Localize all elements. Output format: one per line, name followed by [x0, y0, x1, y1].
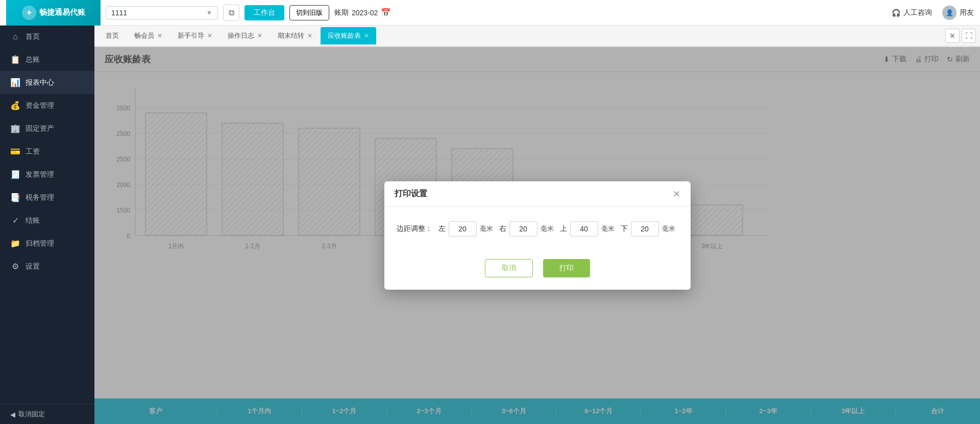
- salary-icon: 💳: [10, 147, 20, 156]
- sidebar-item-label: 总账: [26, 55, 40, 64]
- sidebar-footer-label: 取消固定: [18, 410, 45, 419]
- left-label: 左: [438, 224, 446, 233]
- user-label: 用友: [960, 8, 974, 17]
- sidebar-item-salary[interactable]: 💳 工资: [0, 140, 94, 163]
- sidebar-item-funds[interactable]: 💰 资金管理: [0, 94, 94, 117]
- settings-icon: ⚙: [10, 262, 20, 271]
- tab-bar: 首页 畅会员 ✕ 新手引导 ✕ 操作日志 ✕ 期末结转 ✕ 应收账龄表 ✕: [94, 26, 980, 47]
- tab-oplog-close[interactable]: ✕: [257, 32, 262, 39]
- avatar: 👤: [942, 6, 957, 20]
- right-unit: 毫米: [541, 224, 554, 233]
- user-area[interactable]: 👤 用友: [942, 6, 974, 20]
- modal-close-button[interactable]: ✕: [673, 190, 680, 199]
- sidebar-item-label: 设置: [26, 262, 40, 271]
- assets-icon: 🏢: [10, 124, 20, 133]
- top-label: 上: [560, 224, 567, 233]
- switch-old-button[interactable]: 切到旧版: [289, 5, 329, 20]
- tab-close-button[interactable]: ✕: [945, 29, 960, 43]
- headset-icon: 🎧: [892, 9, 900, 17]
- sidebar-item-label: 工资: [26, 147, 40, 156]
- copy-button[interactable]: ⧉: [223, 5, 239, 21]
- right-input[interactable]: [509, 221, 537, 237]
- tax-icon: 📑: [10, 193, 20, 202]
- home-icon: ⌂: [10, 32, 20, 41]
- chevron-down-icon: ▼: [206, 9, 212, 16]
- tab-maximize-button[interactable]: ⛶: [962, 29, 976, 43]
- sidebar-item-archive[interactable]: 📁 归档管理: [0, 232, 94, 255]
- tab-period-end-label: 期末结转: [278, 31, 304, 40]
- consult-area[interactable]: 🎧 人工咨询: [892, 8, 932, 17]
- sidebar-scroll: ⌂ 首页 📋 总账 📊 报表中心 💰 资金管理 🏢 固定资产 💳 工资: [0, 26, 94, 404]
- app-title: 畅捷通易代账: [39, 8, 85, 17]
- sidebar-item-invoice[interactable]: 🧾 发票管理: [0, 163, 94, 186]
- left-input[interactable]: [449, 221, 477, 237]
- period-value: 2023-02: [352, 9, 378, 17]
- period-label: 账期: [334, 8, 349, 17]
- top-header: ✦ 畅捷通易代账 1111 ▼ ⧉ 工作台 切到旧版 账期 2023-02 📅 …: [0, 0, 980, 26]
- sidebar-item-label: 固定资产: [26, 124, 54, 133]
- sidebar-item-reports[interactable]: 📊 报表中心: [0, 71, 94, 94]
- modal-overlay: 打印设置 ✕ 边距调整： 左 毫米 右: [94, 47, 980, 424]
- consult-label: 人工咨询: [903, 8, 932, 17]
- content-area: 首页 畅会员 ✕ 新手引导 ✕ 操作日志 ✕ 期末结转 ✕ 应收账龄表 ✕: [94, 26, 980, 424]
- sidebar-item-label: 报表中心: [26, 78, 54, 87]
- logo-icon: ✦: [22, 6, 36, 20]
- modal-header: 打印设置 ✕: [384, 181, 691, 207]
- tab-period-end-close[interactable]: ✕: [307, 32, 312, 39]
- header-right: 🎧 人工咨询 👤 用友: [892, 6, 974, 20]
- sidebar: ⌂ 首页 📋 总账 📊 报表中心 💰 资金管理 🏢 固定资产 💳 工资: [0, 26, 94, 424]
- tab-aging-label: 应收账龄表: [328, 31, 361, 40]
- margin-right-group: 右 毫米: [499, 221, 554, 237]
- cancel-button[interactable]: 取消: [485, 259, 533, 277]
- sidebar-footer[interactable]: ◀ 取消固定: [0, 404, 94, 424]
- tab-member-close[interactable]: ✕: [157, 32, 162, 39]
- calendar-icon[interactable]: 📅: [381, 8, 391, 17]
- tab-oplog[interactable]: 操作日志 ✕: [220, 27, 270, 44]
- tab-guide-label: 新手引导: [178, 31, 204, 40]
- tab-guide-close[interactable]: ✕: [207, 32, 212, 39]
- sidebar-item-ledger[interactable]: 📋 总账: [0, 48, 94, 71]
- print-settings-modal: 打印设置 ✕ 边距调整： 左 毫米 右: [384, 181, 691, 290]
- bottom-label: 下: [621, 224, 628, 233]
- company-selector[interactable]: 1111 ▼: [106, 6, 218, 19]
- workbench-button[interactable]: 工作台: [244, 5, 284, 20]
- pin-icon: ◀: [10, 411, 15, 418]
- tab-period-end[interactable]: 期末结转 ✕: [271, 27, 320, 44]
- page-content: 应收账龄表 ⬇ 下载 🖨 打印 ↻ 刷新: [94, 47, 980, 424]
- sidebar-item-label: 资金管理: [26, 101, 54, 110]
- invoice-icon: 🧾: [10, 170, 20, 179]
- sidebar-item-settings[interactable]: ⚙ 设置: [0, 255, 94, 278]
- sidebar-item-home[interactable]: ⌂ 首页: [0, 26, 94, 48]
- sidebar-item-label: 结账: [26, 216, 40, 225]
- tab-home-label: 首页: [106, 31, 119, 40]
- margin-left-group: 左 毫米: [438, 221, 493, 237]
- tab-aging-close[interactable]: ✕: [364, 32, 369, 39]
- checkout-icon: ✓: [10, 216, 20, 225]
- sidebar-item-label: 发票管理: [26, 170, 54, 179]
- margin-bottom-group: 下 毫米: [621, 221, 675, 237]
- bottom-input[interactable]: [631, 221, 659, 237]
- main-layout: ⌂ 首页 📋 总账 📊 报表中心 💰 资金管理 🏢 固定资产 💳 工资: [0, 26, 980, 424]
- reports-icon: 📊: [10, 78, 20, 87]
- sidebar-item-label: 首页: [26, 32, 40, 41]
- tab-home[interactable]: 首页: [99, 27, 126, 44]
- funds-icon: 💰: [10, 101, 20, 110]
- tab-member[interactable]: 畅会员 ✕: [127, 27, 169, 44]
- print-button[interactable]: 打印: [543, 259, 590, 277]
- archive-icon: 📁: [10, 239, 20, 248]
- sidebar-item-assets[interactable]: 🏢 固定资产: [0, 117, 94, 140]
- margin-row: 边距调整： 左 毫米 右 毫米: [397, 221, 678, 237]
- tab-guide[interactable]: 新手引导 ✕: [170, 27, 219, 44]
- sidebar-item-checkout[interactable]: ✓ 结账: [0, 209, 94, 232]
- margin-top-group: 上 毫米: [560, 221, 615, 237]
- sidebar-item-label: 税务管理: [26, 193, 54, 202]
- modal-title: 打印设置: [395, 189, 427, 199]
- top-unit: 毫米: [601, 224, 615, 233]
- sidebar-item-label: 归档管理: [26, 239, 54, 248]
- sidebar-item-tax[interactable]: 📑 税务管理: [0, 186, 94, 209]
- bottom-unit: 毫米: [662, 224, 675, 233]
- top-input[interactable]: [570, 221, 598, 237]
- logo-area: ✦ 畅捷通易代账: [6, 0, 101, 26]
- tab-oplog-label: 操作日志: [228, 31, 254, 40]
- tab-aging[interactable]: 应收账龄表 ✕: [321, 27, 376, 44]
